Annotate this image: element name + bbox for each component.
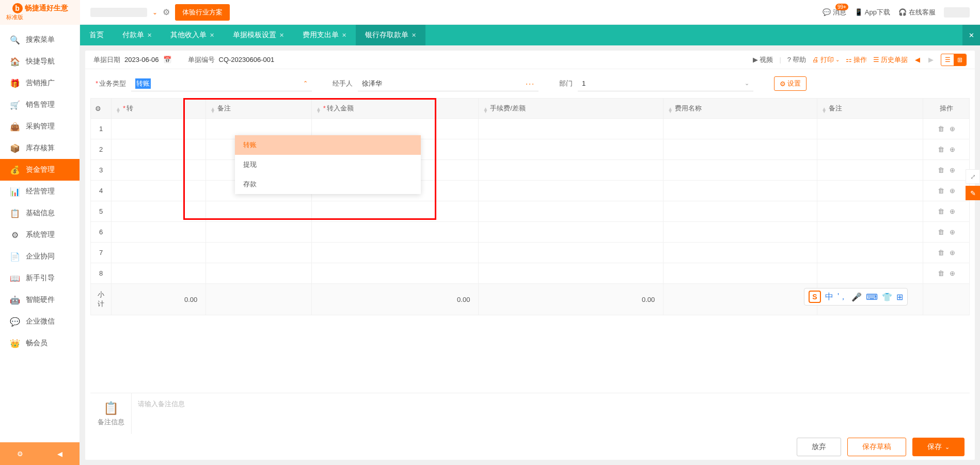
sidebar-item-13[interactable]: 💬企业微信 [0,311,80,332]
delete-icon[interactable]: 🗑 [938,228,944,236]
table-cell[interactable] [817,119,923,139]
dropdown-option-2[interactable]: 存款 [235,174,421,194]
delete-icon[interactable]: 🗑 [938,269,944,277]
add-icon[interactable]: ⊕ [950,249,955,256]
delete-icon[interactable]: 🗑 [938,166,944,174]
float-feedback-button[interactable]: ✎ [966,186,980,200]
delete-icon[interactable]: 🗑 [938,146,944,153]
add-icon[interactable]: ⊕ [950,166,955,174]
ime-toolbar[interactable]: S 中 '， 🎤 ⌨ 👕 ⊞ [804,288,908,306]
table-cell[interactable] [663,119,817,139]
column-header-1[interactable]: ▲▼备注 [206,99,312,119]
settings-icon[interactable]: ⚙ [17,450,23,458]
tab-0[interactable]: 首页 [80,25,113,45]
operate-link[interactable]: ⚏操作 [846,55,867,65]
close-icon[interactable]: ✕ [279,32,284,39]
video-link[interactable]: ▶视频 [753,55,773,65]
online-support-link[interactable]: 🎧 在线客服 [898,8,936,17]
logo-area[interactable]: b 畅捷通好生意 标准版 [0,0,80,25]
sidebar-item-3[interactable]: 🛒销售管理 [0,94,80,116]
table-row[interactable]: 8🗑⊕ [91,263,970,284]
ime-lang-icon[interactable]: 中 [825,292,833,302]
collapse-icon[interactable]: ◀ [57,450,62,458]
table-cell[interactable] [479,201,663,222]
table-cell[interactable] [663,201,817,222]
table-cell[interactable] [817,139,923,160]
table-cell[interactable] [112,139,206,160]
table-cell[interactable] [112,119,206,139]
sidebar-item-11[interactable]: 📖新手引导 [0,267,80,289]
table-cell[interactable] [479,139,663,160]
help-link[interactable]: ?帮助 [787,55,806,65]
table-cell[interactable] [311,222,479,243]
ime-mic-icon[interactable]: 🎤 [851,292,862,302]
prev-doc-button[interactable]: ◀ [914,56,921,63]
sidebar-item-8[interactable]: 📋基础信息 [0,202,80,224]
org-selector-placeholder[interactable] [90,8,147,17]
ime-skin-icon[interactable]: 👕 [882,292,892,302]
table-cell[interactable] [206,243,312,263]
more-icon[interactable]: ⋯ [525,78,534,89]
app-download-link[interactable]: 📱 App下载 [855,8,890,17]
table-cell[interactable] [112,263,206,284]
discard-button[interactable]: 放弃 [797,438,841,456]
doc-date-value[interactable]: 2023-06-06 [124,56,159,63]
sidebar-item-7[interactable]: 📊经营管理 [0,181,80,202]
sidebar-item-9[interactable]: ⚙系统管理 [0,224,80,246]
tab-3[interactable]: 单据模板设置✕ [224,25,293,45]
sidebar-item-14[interactable]: 👑畅会员 [0,332,80,354]
add-icon[interactable]: ⊕ [950,125,955,133]
table-cell[interactable] [817,201,923,222]
dropdown-option-0[interactable]: 转账 [235,135,421,155]
add-icon[interactable]: ⊕ [950,187,955,195]
table-cell[interactable] [817,243,923,263]
table-row[interactable]: 2🗑⊕ [91,139,970,160]
delete-icon[interactable]: 🗑 [938,207,944,215]
dept-input[interactable]: 1 ⌄ [578,76,753,91]
trial-button[interactable]: 体验行业方案 [175,4,230,21]
table-cell[interactable] [479,160,663,181]
add-icon[interactable]: ⊕ [950,269,955,277]
column-header-3[interactable]: ▲▼手续费/差额 [479,99,663,119]
table-cell[interactable] [663,139,817,160]
column-header-0[interactable]: ▲▼*转 [112,99,206,119]
table-row[interactable]: 7🗑⊕ [91,243,970,263]
add-icon[interactable]: ⊕ [950,146,955,153]
close-icon[interactable]: ✕ [147,32,152,39]
close-icon[interactable]: ✕ [342,32,346,39]
column-header-2[interactable]: ▲▼*转入金额 [311,99,479,119]
table-cell[interactable] [817,160,923,181]
column-header-4[interactable]: ▲▼费用名称 [663,99,817,119]
table-cell[interactable] [311,201,479,222]
tab-5[interactable]: 银行存取款单✕ [356,25,425,45]
ime-punct-icon[interactable]: '， [837,292,847,302]
sidebar-item-2[interactable]: 🎁营销推广 [0,72,80,94]
chevron-down-icon[interactable]: ⌄ [745,80,749,87]
tab-4[interactable]: 费用支出单✕ [293,25,356,45]
sort-icon[interactable]: ▲▼ [483,107,488,113]
table-cell[interactable] [479,263,663,284]
view-card-button[interactable]: ⊞ [954,54,966,66]
calendar-icon[interactable]: 📅 [163,56,171,63]
sort-icon[interactable]: ▲▼ [116,107,121,113]
table-cell[interactable] [112,222,206,243]
sort-icon[interactable]: ▲▼ [210,107,215,113]
delete-icon[interactable]: 🗑 [938,187,944,195]
add-icon[interactable]: ⊕ [950,228,955,236]
ime-keyboard-icon[interactable]: ⌨ [866,292,878,302]
chevron-down-icon[interactable]: ⌄ [152,9,157,16]
next-doc-button[interactable]: ▶ [927,56,935,63]
table-row[interactable]: 4🗑⊕ [91,181,970,201]
table-cell[interactable] [112,243,206,263]
table-cell[interactable] [817,181,923,201]
biz-type-input[interactable]: 转账 ⌃ [131,76,312,91]
table-cell[interactable] [206,201,312,222]
table-row[interactable]: 6🗑⊕ [91,222,970,243]
table-row[interactable]: 1🗑⊕ [91,119,970,139]
save-button[interactable]: 保存 ⌄ [912,438,965,456]
table-cell[interactable] [663,243,817,263]
table-cell[interactable] [112,181,206,201]
table-cell[interactable] [311,243,479,263]
sidebar-item-5[interactable]: 📦库存核算 [0,137,80,159]
handler-input[interactable]: 徐泽华 ⋯ [358,76,539,91]
